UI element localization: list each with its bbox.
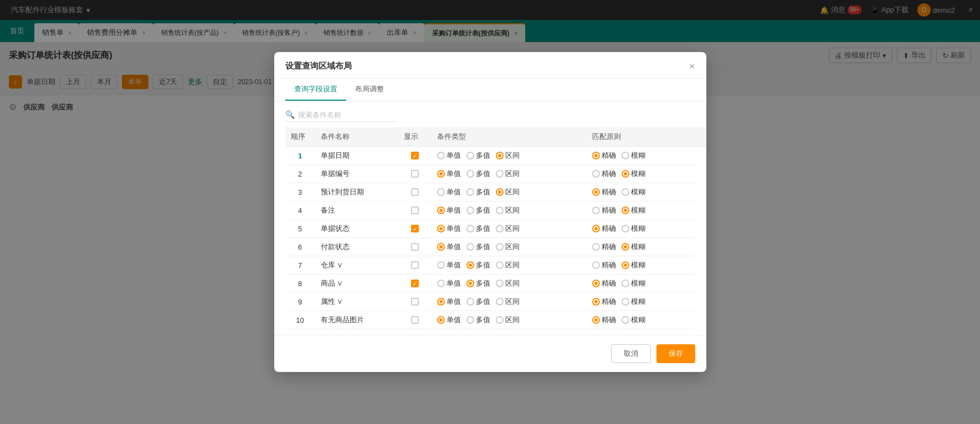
modal-title: 设置查询区域布局 [285,61,352,71]
tab-query-fields[interactable]: 查询字段设置 [285,79,346,101]
modal-body: 🔍 顺序 条件名称 显示 条件类型 [274,101,706,123]
search-box: 🔍 [285,108,396,122]
modal-overlay: 设置查询区域布局 × 查询字段设置 布局调整 🔍 [0,0,980,123]
modal-dialog: 设置查询区域布局 × 查询字段设置 布局调整 🔍 [274,52,706,123]
modal-close-btn[interactable]: × [689,61,695,71]
tab-layout[interactable]: 布局调整 [346,79,393,101]
search-input[interactable] [298,111,387,119]
modal-tabs: 查询字段设置 布局调整 [274,79,706,101]
tab-layout-label: 布局调整 [355,85,384,93]
search-icon: 🔍 [285,110,295,119]
modal-header: 设置查询区域布局 × [274,52,706,79]
tab-query-fields-label: 查询字段设置 [294,85,337,93]
